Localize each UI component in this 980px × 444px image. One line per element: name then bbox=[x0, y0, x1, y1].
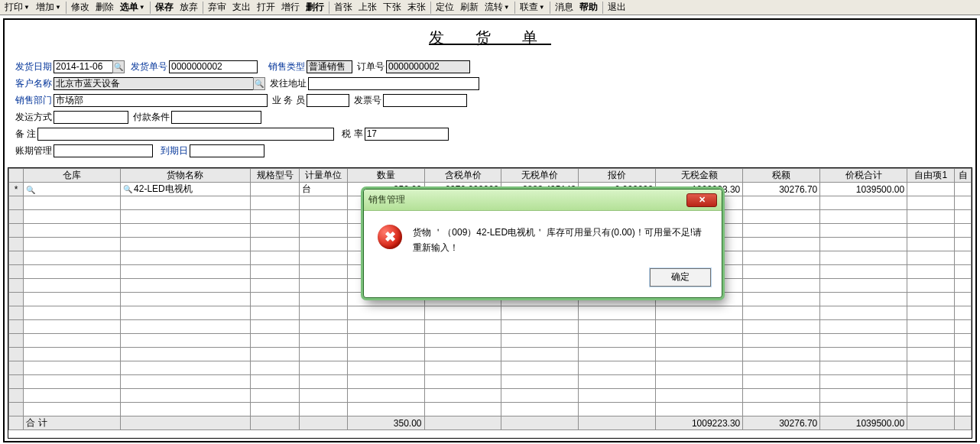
column-header[interactable]: 无税金额 bbox=[656, 169, 743, 183]
lookup-icon[interactable]: 🔍 bbox=[112, 60, 125, 73]
remark-field[interactable] bbox=[37, 128, 334, 141]
free2-cell[interactable] bbox=[955, 183, 972, 196]
order-no-field[interactable]: 0000000002 bbox=[386, 60, 470, 73]
toolbar-separator bbox=[430, 2, 431, 14]
ship-date-field[interactable]: 2014-11-06 bbox=[54, 60, 113, 73]
ship-method-field[interactable] bbox=[54, 111, 128, 124]
toolbar-末张[interactable]: 末张 bbox=[404, 1, 429, 15]
column-header[interactable]: 价税合计 bbox=[820, 169, 907, 183]
toolbar-消息[interactable]: 消息 bbox=[552, 1, 576, 15]
toolbar-联查[interactable]: 联查▼ bbox=[517, 1, 548, 15]
table-row[interactable]: .............. bbox=[9, 348, 972, 361]
toolbar-流转[interactable]: 流转▼ bbox=[482, 1, 513, 15]
label-tax-rate: 税 率 bbox=[342, 128, 362, 141]
label-ship-no: 发货单号 bbox=[131, 60, 167, 73]
label-period-mgmt: 账期管理 bbox=[15, 144, 52, 157]
ship-addr-field[interactable] bbox=[308, 77, 479, 90]
table-row[interactable]: .............. bbox=[9, 403, 972, 416]
column-header[interactable]: 货物名称 bbox=[121, 169, 251, 183]
table-row[interactable]: .............. bbox=[9, 375, 972, 389]
toolbar-separator bbox=[550, 2, 550, 14]
toolbar-separator bbox=[150, 2, 151, 14]
page-title: 发 货 单 bbox=[5, 28, 975, 48]
period-mgmt-field[interactable] bbox=[54, 144, 153, 157]
ship-no-field[interactable]: 0000000002 bbox=[169, 60, 258, 73]
due-date-field[interactable] bbox=[190, 144, 264, 157]
toolbar-separator bbox=[602, 2, 603, 14]
toolbar-保存[interactable]: 保存 bbox=[152, 1, 177, 15]
table-row[interactable]: .............. bbox=[9, 389, 972, 403]
label-due-date: 到期日 bbox=[161, 144, 188, 157]
goods-cell[interactable]: 🔍42-LED电视机 bbox=[121, 183, 251, 196]
column-header[interactable]: 自 bbox=[955, 169, 972, 183]
pay-terms-field[interactable] bbox=[171, 111, 261, 124]
toolbar-弃审[interactable]: 弃审 bbox=[205, 1, 229, 15]
toolbar-上张[interactable]: 上张 bbox=[355, 1, 380, 15]
label-pay-terms: 付款条件 bbox=[133, 111, 170, 124]
toolbar: 打印▼增加▼修改删除选单▼保存放弃弃审支出打开增行删行首张上张下张末张定位刷新流… bbox=[0, 0, 980, 15]
toolbar-帮助[interactable]: 帮助 bbox=[576, 1, 601, 15]
toolbar-separator bbox=[66, 2, 67, 14]
chevron-down-icon: ▼ bbox=[139, 5, 145, 11]
row-marker: * bbox=[9, 183, 24, 196]
toolbar-打印[interactable]: 打印▼ bbox=[2, 1, 33, 15]
toolbar-separator bbox=[203, 2, 203, 14]
table-footer: 合 计 350.00 1009223.30 30276.70 1039500.0… bbox=[9, 416, 972, 430]
close-icon[interactable]: ✕ bbox=[686, 193, 717, 207]
salesman-field[interactable] bbox=[307, 94, 349, 107]
chevron-down-icon: ▼ bbox=[24, 5, 30, 11]
toolbar-打开[interactable]: 打开 bbox=[254, 1, 278, 15]
table-row[interactable]: .............. bbox=[9, 334, 972, 348]
label-sale-type: 销售类型 bbox=[268, 60, 305, 73]
free1-cell[interactable] bbox=[907, 183, 955, 196]
chevron-down-icon: ▼ bbox=[55, 5, 61, 11]
invoice-no-field[interactable] bbox=[383, 94, 467, 107]
table-row[interactable]: .............. bbox=[9, 306, 972, 320]
table-row[interactable]: .............. bbox=[9, 320, 972, 334]
column-header[interactable]: 仓库 bbox=[24, 169, 121, 183]
column-header[interactable]: 自由项1 bbox=[907, 169, 955, 183]
unit-cell[interactable]: 台 bbox=[300, 183, 347, 196]
column-header[interactable]: 报价 bbox=[579, 169, 656, 183]
toolbar-增加[interactable]: 增加▼ bbox=[33, 1, 64, 15]
toolbar-增行[interactable]: 增行 bbox=[278, 1, 303, 15]
lookup-icon[interactable]: 🔍 bbox=[253, 77, 265, 90]
spec-cell[interactable] bbox=[250, 183, 299, 196]
toolbar-退出[interactable]: 退出 bbox=[605, 1, 629, 15]
column-header[interactable]: 计量单位 bbox=[300, 169, 347, 183]
ok-button[interactable]: 确定 bbox=[650, 268, 711, 287]
column-header[interactable] bbox=[9, 169, 24, 183]
toolbar-选单[interactable]: 选单▼ bbox=[117, 1, 148, 15]
column-header[interactable]: 规格型号 bbox=[250, 169, 299, 183]
toolbar-修改[interactable]: 修改 bbox=[68, 1, 92, 15]
toolbar-首张[interactable]: 首张 bbox=[331, 1, 355, 15]
column-header[interactable]: 数量 bbox=[347, 169, 424, 183]
toolbar-定位[interactable]: 定位 bbox=[433, 1, 457, 15]
column-header[interactable]: 含税单价 bbox=[424, 169, 501, 183]
amount-total-cell[interactable]: 1039500.00 bbox=[820, 183, 907, 196]
toolbar-删除[interactable]: 删除 bbox=[92, 1, 117, 15]
warehouse-cell[interactable]: 🔍 bbox=[24, 183, 121, 196]
customer-field[interactable]: 北京市蓝天设备 bbox=[54, 77, 254, 90]
toolbar-下张[interactable]: 下张 bbox=[380, 1, 404, 15]
column-header[interactable]: 无税单价 bbox=[501, 169, 579, 183]
dialog-titlebar[interactable]: 销售管理 ✕ bbox=[364, 190, 722, 211]
toolbar-separator bbox=[329, 2, 329, 14]
tax-cell[interactable]: 30276.70 bbox=[743, 183, 820, 196]
error-icon: ✖ bbox=[378, 225, 402, 249]
dialog-message: 货物 ＇（009）42-LED电视机＇ 库存可用量只有(0.00)！可用量不足!… bbox=[413, 225, 708, 256]
sale-type-field[interactable]: 普通销售 bbox=[307, 60, 352, 73]
chevron-down-icon: ▼ bbox=[504, 5, 510, 11]
label-sale-dept: 销售部门 bbox=[15, 94, 52, 107]
chevron-down-icon: ▼ bbox=[539, 5, 545, 11]
tax-rate-field[interactable]: 17 bbox=[365, 128, 449, 141]
column-header[interactable]: 税额 bbox=[743, 169, 820, 183]
table-row[interactable]: .............. bbox=[9, 361, 972, 375]
toolbar-放弃[interactable]: 放弃 bbox=[177, 1, 201, 15]
toolbar-支出[interactable]: 支出 bbox=[229, 1, 254, 15]
label-ship-method: 发运方式 bbox=[15, 111, 52, 124]
sale-dept-field[interactable]: 市场部 bbox=[54, 94, 268, 107]
toolbar-删行[interactable]: 删行 bbox=[303, 1, 327, 15]
label-invoice-no: 发票号 bbox=[354, 94, 381, 107]
toolbar-刷新[interactable]: 刷新 bbox=[457, 1, 482, 15]
